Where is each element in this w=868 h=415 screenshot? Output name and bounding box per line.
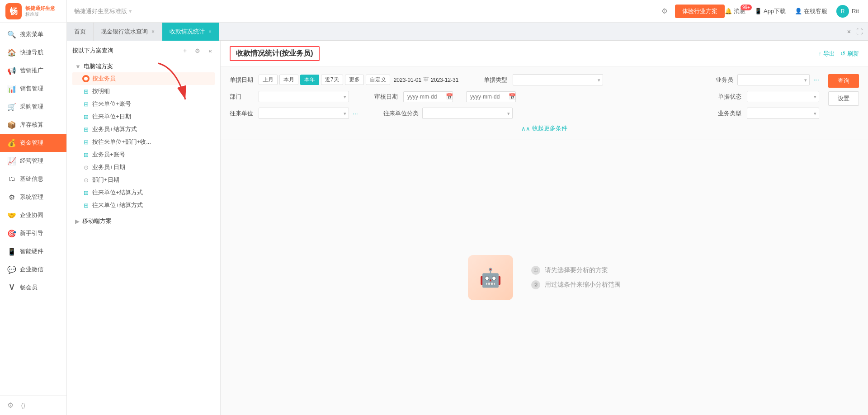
sidebar-item-marketing[interactable]: 📢 营销推广 xyxy=(0,61,66,80)
unit-more-icon[interactable]: ··· xyxy=(353,110,358,117)
sidebar-item-basic[interactable]: 🗂 基础信息 xyxy=(0,170,66,188)
inventory-icon: 📦 xyxy=(7,120,16,129)
dept-date-icon: ⊙ xyxy=(82,176,90,184)
filter-salesperson-row: 业务员 ··· xyxy=(716,74,819,85)
unit-category-select[interactable] xyxy=(422,108,513,119)
tab-receipt-stats[interactable]: 收款情况统计 × xyxy=(162,23,219,41)
salesperson-select[interactable] xyxy=(737,74,810,85)
sales-icon: 📊 xyxy=(7,84,16,93)
tree-item-dept-date[interactable]: ⊙ 部门+日期 xyxy=(72,174,215,186)
biz-type-select-wrapper xyxy=(747,108,819,119)
dept-select[interactable] xyxy=(259,91,349,102)
tree-item-unit-dept-collect[interactable]: ⊞ 按往来单位+部门+收... xyxy=(72,136,215,148)
top-header: 畅捷通好生意标准版 ▾ ⚙ 体验行业方案 🔔 消息 99+ 📱 App下载 👤 … xyxy=(67,0,868,23)
app-download-button[interactable]: 📱 App下载 xyxy=(755,7,786,15)
sidebar-item-sales[interactable]: 📊 销售管理 xyxy=(0,80,66,98)
collapse-bar[interactable]: ∧∧ 收起更多条件 xyxy=(230,124,859,132)
unit-label: 往来单位 xyxy=(230,109,255,118)
sidebar-label-purchase: 采购管理 xyxy=(20,103,43,111)
breadcrumb-arrow: ▾ xyxy=(129,8,132,14)
date-btn-this-year[interactable]: 本年 xyxy=(300,75,319,85)
sidebar-item-operation[interactable]: 📈 经营管理 xyxy=(0,152,66,170)
sidebar-item-purchase[interactable]: 🛒 采购管理 xyxy=(0,98,66,116)
user-profile[interactable]: R Rit xyxy=(836,5,859,18)
avatar: R xyxy=(836,5,849,18)
query-button[interactable]: 查询 xyxy=(828,74,859,88)
scheme-header: 按以下方案查询 + ⚙ « xyxy=(72,46,215,55)
doc-type-select[interactable] xyxy=(513,74,603,85)
footer-settings-icon[interactable]: ⚙ xyxy=(7,401,14,410)
filter-settings-button[interactable]: 设置 xyxy=(828,91,859,106)
tip-num-2: ② xyxy=(531,280,540,289)
tab-home[interactable]: 首页 xyxy=(67,23,94,41)
tree-item-by-detail[interactable]: ⊞ 按明细 xyxy=(72,85,215,98)
scheme-collapse-icon[interactable]: « xyxy=(206,46,215,55)
tree-group-desktop-title[interactable]: ▼ 电脑端方案 xyxy=(72,61,215,72)
scheme-panel: 按以下方案查询 + ⚙ « ▼ 电脑端方案 按业务员 xyxy=(67,41,221,415)
tree-group-mobile-title[interactable]: ▶ 移动端方案 xyxy=(72,215,215,227)
breadcrumb: 畅捷通好生意标准版 ▾ xyxy=(67,7,661,15)
sidebar-item-system[interactable]: ⚙ 系统管理 xyxy=(0,188,66,206)
tree-item-unit-date[interactable]: ⊞ 往来单位+日期 xyxy=(72,110,215,123)
notifications-button[interactable]: 🔔 消息 99+ xyxy=(725,7,745,15)
app-download-label: App下载 xyxy=(764,7,786,15)
footer-expand-icon[interactable]: ⟨⟩ xyxy=(21,402,25,409)
scheme-settings-icon[interactable]: ⚙ xyxy=(193,46,202,55)
tab-bank-flow-close[interactable]: × xyxy=(151,28,155,35)
sidebar-item-enterprise[interactable]: 🤝 企业协同 xyxy=(0,206,66,224)
logo-icon: 畅 xyxy=(5,3,22,19)
tip-text-2: 用过滤条件来缩小分析范围 xyxy=(545,281,621,289)
sidebar-item-guide[interactable]: 🎯 新手引导 xyxy=(0,224,66,242)
tree-item-unit-account[interactable]: ⊞ 往来单位+账号 xyxy=(72,98,215,110)
export-button[interactable]: ↑ 导出 xyxy=(819,50,835,58)
sidebar: 畅 畅捷通好生意 标准版 🔍 搜索菜单 🏠 快捷导航 📢 营销推广 📊 销售管理… xyxy=(0,0,67,415)
refresh-button[interactable]: ↺ 刷新 xyxy=(840,50,859,58)
tab-bank-flow-label: 现金银行流水查询 xyxy=(101,28,148,36)
date-btn-last-month[interactable]: 上月 xyxy=(259,75,278,85)
unit-select[interactable] xyxy=(259,108,349,119)
header-gear-icon[interactable]: ⚙ xyxy=(661,7,668,15)
tree-group-mobile-label: 移动端方案 xyxy=(82,217,112,225)
sidebar-item-wechat[interactable]: 💬 企业微信 xyxy=(0,260,66,278)
tree-item-unit-settle2[interactable]: ⊞ 往来单位+结算方式 xyxy=(72,199,215,212)
salesperson-label: 业务员 xyxy=(716,76,734,84)
biz-type-select[interactable] xyxy=(747,108,819,119)
sidebar-label-sales: 销售管理 xyxy=(20,85,43,93)
tree-item-salesperson-date[interactable]: ⊙ 业务员+日期 xyxy=(72,161,215,174)
salesperson-more-icon[interactable]: ··· xyxy=(813,76,819,84)
date-btn-more[interactable]: 更多 xyxy=(345,75,364,85)
date-btn-last-7[interactable]: 近7天 xyxy=(321,75,343,85)
tree-item-unit-account-label: 往来单位+账号 xyxy=(92,100,131,108)
date-btn-custom[interactable]: 自定义 xyxy=(366,75,390,85)
date-btn-this-month[interactable]: 本月 xyxy=(279,75,298,85)
tab-close-all-icon[interactable]: × xyxy=(847,28,851,35)
tree-item-by-salesperson[interactable]: 按业务员 xyxy=(72,72,215,85)
sidebar-item-quicknav[interactable]: 🏠 快捷导航 xyxy=(0,43,66,61)
tab-bank-flow[interactable]: 现金银行流水查询 × xyxy=(94,23,162,41)
sidebar-item-inventory[interactable]: 📦 库存核算 xyxy=(0,116,66,134)
unit-date-icon: ⊞ xyxy=(82,113,90,120)
tree-item-salesperson-settle[interactable]: ⊞ 业务员+结算方式 xyxy=(72,123,215,136)
scheme-tree: ▼ 电脑端方案 按业务员 ⊞ 按明细 ⊞ 往来单位+账号 xyxy=(72,61,215,227)
svg-point-0 xyxy=(84,77,88,80)
collapse-label: 收起更多条件 xyxy=(532,124,567,132)
doc-type-select-wrapper xyxy=(513,74,603,85)
tab-maximize-icon[interactable]: ⛶ xyxy=(856,28,863,35)
sidebar-item-finance[interactable]: 💰 资金管理 xyxy=(0,134,66,152)
tree-item-salesperson-account[interactable]: ⊞ 业务员+账号 xyxy=(72,148,215,161)
sidebar-item-search[interactable]: 🔍 搜索菜单 xyxy=(0,25,66,43)
scheme-add-icon[interactable]: + xyxy=(180,46,189,55)
online-service-button[interactable]: 👤 在线客服 xyxy=(795,7,827,15)
sidebar-item-hardware[interactable]: 📱 智能硬件 xyxy=(0,242,66,260)
date-label: 单据日期 xyxy=(230,76,255,84)
sidebar-label-hardware: 智能硬件 xyxy=(20,247,43,255)
phone-icon: 📱 xyxy=(755,8,762,14)
trial-button[interactable]: 体验行业方案 xyxy=(675,5,725,18)
tree-mobile-arrow-icon: ▶ xyxy=(75,218,80,225)
tab-receipt-stats-close[interactable]: × xyxy=(208,28,212,35)
biz-type-label: 业务类型 xyxy=(718,109,743,118)
refresh-label: 刷新 xyxy=(847,50,859,58)
sidebar-item-member[interactable]: V 畅会员 xyxy=(0,278,66,297)
doc-status-select[interactable] xyxy=(747,91,819,102)
tree-item-unit-settle1[interactable]: ⊞ 往来单位+结算方式 xyxy=(72,186,215,199)
